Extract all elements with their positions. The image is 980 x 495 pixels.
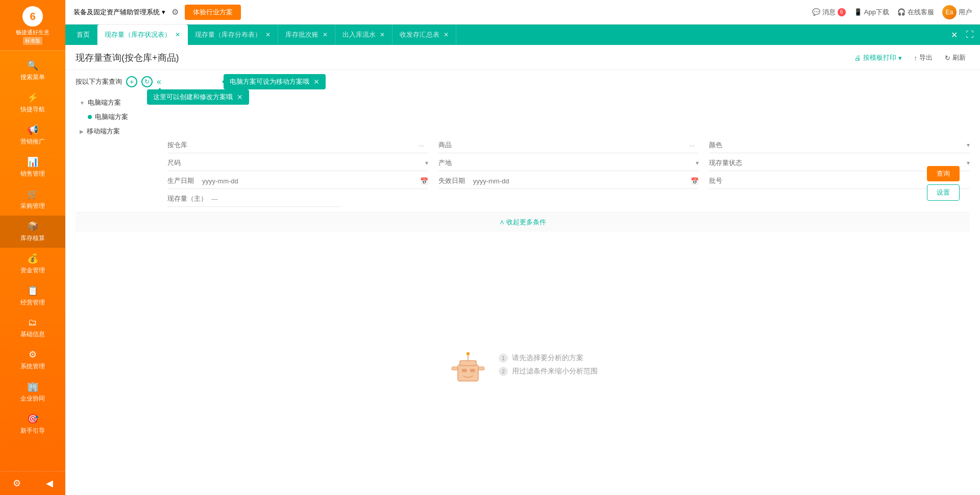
expire-date-calendar-icon[interactable]: 📅 xyxy=(691,177,699,185)
filter-label: 按以下方案查询 xyxy=(76,77,122,86)
filter-color: 颜色 ▾ xyxy=(709,140,970,153)
scheme-mobile-label: 移动端方案 xyxy=(87,127,120,136)
trial-btn[interactable]: 体验行业方案 xyxy=(185,5,241,20)
tab-batch-account[interactable]: 库存批次账 ✕ xyxy=(278,25,335,45)
sidebar-item-finance[interactable]: 💰 资金管理 xyxy=(0,248,65,280)
produce-date-calendar-icon[interactable]: 📅 xyxy=(420,177,428,185)
header-gear-btn[interactable]: ⚙ xyxy=(172,7,179,17)
tab-inventory-status-label: 现存量（库存状况表） xyxy=(105,30,171,39)
mobile-icon: 📱 xyxy=(854,8,862,16)
size-dropdown-icon[interactable]: ▾ xyxy=(425,159,428,167)
collapse-sidebar-btn[interactable]: ◀ xyxy=(46,478,53,489)
empty-tip-2: 2 用过滤条件来缩小分析范围 xyxy=(499,367,598,376)
sidebar-item-operation[interactable]: 📋 经营管理 xyxy=(0,280,65,312)
filter-header: 按以下方案查询 + ↻ « xyxy=(76,76,970,87)
sidebar-item-sales[interactable]: 📊 销售管理 xyxy=(0,151,65,183)
sidebar-item-quick-nav[interactable]: ⚡ 快捷导航 xyxy=(0,87,65,119)
tab-inventory-status[interactable]: 现存量（库存状况表） ✕ xyxy=(97,25,188,45)
collapse-up-icon: ∧ xyxy=(499,218,505,226)
app-download-btn[interactable]: 📱 App下载 xyxy=(854,8,889,17)
scheme-tooltip-close[interactable]: ✕ xyxy=(313,78,320,86)
edit-tooltip-text: 这里可以创建和修改方案哦 xyxy=(153,92,233,102)
tab-collect-summary[interactable]: 收发存汇总表 ✕ xyxy=(393,25,456,45)
avatar: Ea xyxy=(942,5,957,19)
sidebar-item-enterprise[interactable]: 🏢 企业协同 xyxy=(0,376,65,408)
collapse-bar[interactable]: ∧ 收起更多条件 xyxy=(76,212,970,232)
svg-rect-3 xyxy=(460,361,476,366)
logo-icon: 6 xyxy=(22,6,43,27)
sidebar-item-label: 资金管理 xyxy=(20,266,45,275)
warehouse-dots[interactable]: ··· xyxy=(419,142,424,149)
page-title: 现存量查询(按仓库+商品) xyxy=(76,52,179,64)
edit-tooltip-close[interactable]: ✕ xyxy=(237,93,243,101)
sidebar-item-basic[interactable]: 🗂 基础信息 xyxy=(0,312,65,344)
sidebar-item-label: 新手引导 xyxy=(20,427,45,435)
scheme-mobile-group[interactable]: ▶ 移动端方案 xyxy=(76,124,970,138)
scheme-desktop-item[interactable]: 电脑端方案 xyxy=(76,110,970,124)
stock-status-dropdown[interactable]: ▾ xyxy=(967,159,970,167)
produce-date-input[interactable] xyxy=(202,177,416,185)
refresh-btn[interactable]: ↻ 刷新 xyxy=(941,51,970,64)
tab-home[interactable]: 首页 xyxy=(69,25,97,45)
tab-bar: 首页 现存量（库存状况表） ✕ 现存量（库存分布表） ✕ 库存批次账 ✕ 出入库… xyxy=(65,25,980,45)
scheme-tooltip: 电脑方案可设为移动方案哦 ✕ xyxy=(224,74,326,89)
tab-inventory-dist[interactable]: 现存量（库存分布表） ✕ xyxy=(188,25,278,45)
support-btn[interactable]: 🎧 在线客服 xyxy=(897,8,934,17)
sidebar-item-inventory[interactable]: 📦 库存核算 xyxy=(0,216,65,248)
filter-add-btn[interactable]: + xyxy=(126,76,137,87)
filter-stock-qty: 现存量（主） — xyxy=(167,194,341,207)
tab-inventory-status-close[interactable]: ✕ xyxy=(175,31,180,38)
filter-produce-date: 生产日期 📅 xyxy=(167,176,428,189)
sidebar-item-system[interactable]: ⚙ 系统管理 xyxy=(0,344,65,376)
sidebar-item-label: 系统管理 xyxy=(20,362,45,371)
tab-in-out-flow-close[interactable]: ✕ xyxy=(380,31,385,38)
system-selector[interactable]: 装备及固定资产辅助管理系统 ▾ xyxy=(74,8,165,17)
tab-collect-summary-label: 收发存汇总表 xyxy=(400,30,439,39)
goods-dots[interactable]: ··· xyxy=(689,142,695,149)
goods-label: 商品 xyxy=(438,140,469,150)
tab-fullscreen-icon[interactable]: ⛶ xyxy=(964,28,976,42)
svg-rect-6 xyxy=(452,367,458,370)
settings-btn[interactable]: ⚙ xyxy=(13,478,21,489)
top-header: 装备及固定资产辅助管理系统 ▾ ⚙ 体验行业方案 💬 消息 6 📱 App下载 … xyxy=(65,0,980,25)
size-label: 尺码 xyxy=(167,158,198,168)
filter-row-4: 现存量（主） — xyxy=(167,194,970,212)
message-btn[interactable]: 💬 消息 6 xyxy=(812,8,846,17)
headset-icon: 🎧 xyxy=(897,8,905,16)
print-btn[interactable]: 🖨 按模板打印 ▾ xyxy=(850,51,906,64)
tab-close-all-icon[interactable]: ✕ xyxy=(949,28,960,42)
scheme-tooltip-text: 电脑方案可设为移动方案哦 xyxy=(230,77,309,86)
color-label: 颜色 xyxy=(709,140,740,150)
origin-dropdown-icon[interactable]: ▾ xyxy=(696,159,699,167)
empty-state: 1 请先选择要分析的方案 2 用过滤条件来缩小分析范围 xyxy=(65,238,980,495)
quick-nav-icon: ⚡ xyxy=(27,92,38,103)
print-icon: 🖨 xyxy=(854,54,861,62)
user-btn[interactable]: Ea 用户 xyxy=(942,5,972,19)
filter-action-btns: 查询 设置 xyxy=(927,166,960,201)
sidebar-item-label: 企业协同 xyxy=(20,394,45,403)
sidebar-item-search[interactable]: 🔍 搜索菜单 xyxy=(0,55,65,87)
tab-batch-account-close[interactable]: ✕ xyxy=(323,31,328,38)
dropdown-icon: ▾ xyxy=(162,8,165,16)
sidebar-item-marketing[interactable]: 📢 营销推广 xyxy=(0,119,65,151)
sidebar-item-purchase[interactable]: 🛒 采购管理 xyxy=(0,183,65,216)
empty-tip-2-text: 用过滤条件来缩小分析范围 xyxy=(512,367,598,376)
reset-btn[interactable]: 设置 xyxy=(927,184,960,201)
tab-inventory-dist-close[interactable]: ✕ xyxy=(265,31,271,38)
tab-collect-summary-close[interactable]: ✕ xyxy=(444,31,449,38)
empty-tips: 1 请先选择要分析的方案 2 用过滤条件来缩小分析范围 xyxy=(499,353,598,380)
sidebar-item-guide[interactable]: 🎯 新手引导 xyxy=(0,408,65,440)
stock-status-label: 现存量状态 xyxy=(709,158,742,168)
export-btn[interactable]: ↑ 导出 xyxy=(910,51,937,64)
filter-goods: 商品 ··· xyxy=(438,140,699,153)
scheme-dot-icon xyxy=(88,115,92,119)
svg-rect-1 xyxy=(462,369,467,372)
expire-date-input[interactable] xyxy=(473,177,687,185)
color-dropdown-icon[interactable]: ▾ xyxy=(967,142,970,149)
filter-refresh-btn[interactable]: ↻ xyxy=(141,76,153,87)
filter-expire-date: 失效日期 📅 xyxy=(438,176,699,189)
tab-in-out-flow[interactable]: 出入库流水 ✕ xyxy=(335,25,393,45)
filter-origin: 产地 ▾ xyxy=(438,158,699,171)
query-btn[interactable]: 查询 xyxy=(927,166,960,181)
scheme-desktop-label: 电脑端方案 xyxy=(88,98,121,107)
